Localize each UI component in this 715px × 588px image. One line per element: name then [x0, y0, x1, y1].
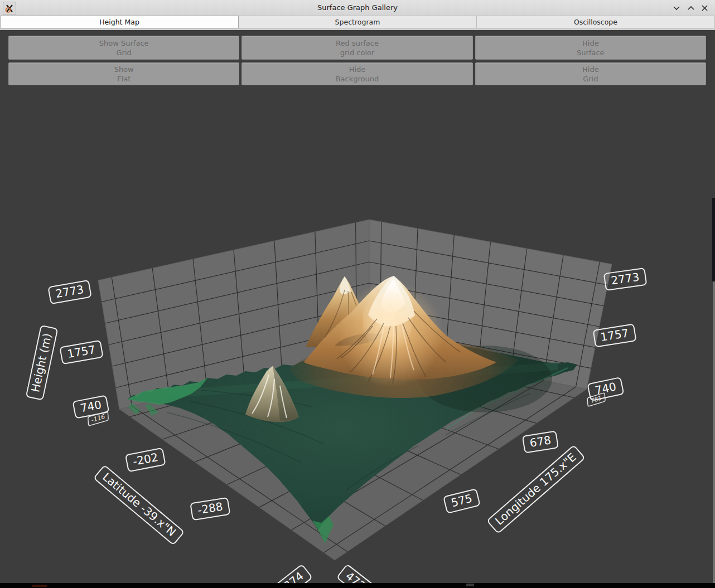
- button-label: grid color: [340, 48, 375, 57]
- chevron-down-icon: [673, 6, 680, 10]
- window-title: Surface Graph Gallery: [0, 0, 715, 16]
- control-button-grid: Show Surface Grid Red surface grid color…: [8, 36, 706, 85]
- tab-oscilloscope[interactable]: Oscilloscope: [477, 16, 715, 28]
- title-bar: Surface Graph Gallery: [0, 0, 715, 16]
- red-surface-grid-color-button[interactable]: Red surface grid color: [241, 36, 472, 60]
- button-label: Hide: [349, 65, 366, 74]
- button-label: Show Surface: [99, 38, 149, 48]
- tab-bar: Height Map Spectrogram Oscilloscope: [0, 16, 715, 28]
- taskbar-speck: [32, 585, 47, 587]
- right-screen-edge-dark: [712, 198, 715, 281]
- button-label: Hide: [582, 65, 599, 74]
- taskbar-speck: [466, 584, 474, 586]
- tab-pane-edge: [0, 28, 715, 30]
- button-label: Flat: [117, 74, 131, 84]
- x-icon: [702, 5, 708, 11]
- application-window: Surface Graph Gallery Height Map Spectro…: [0, 0, 715, 588]
- show-flat-button[interactable]: Show Flat: [8, 62, 239, 85]
- button-label: Background: [336, 74, 379, 84]
- button-label: Red surface: [336, 38, 379, 48]
- tab-height-map[interactable]: Height Map: [0, 16, 239, 28]
- tab-spectrogram[interactable]: Spectrogram: [239, 16, 477, 28]
- maximize-button[interactable]: [685, 2, 697, 13]
- button-label: Show: [114, 65, 134, 74]
- bottom-screen-edge: [0, 583, 715, 588]
- chevron-up-icon: [688, 6, 694, 10]
- close-button[interactable]: [698, 2, 711, 13]
- hide-background-button[interactable]: Hide Background: [241, 62, 472, 85]
- button-label: Surface: [577, 48, 605, 57]
- button-label: Grid: [117, 48, 132, 57]
- minimize-button[interactable]: [670, 2, 683, 13]
- button-label: Hide: [582, 38, 599, 48]
- button-label: Grid: [583, 74, 598, 84]
- right-screen-edge-light: [713, 281, 715, 583]
- show-surface-grid-button[interactable]: Show Surface Grid: [8, 36, 239, 60]
- hide-grid-button[interactable]: Hide Grid: [475, 62, 706, 85]
- hide-surface-button[interactable]: Hide Surface: [475, 36, 706, 60]
